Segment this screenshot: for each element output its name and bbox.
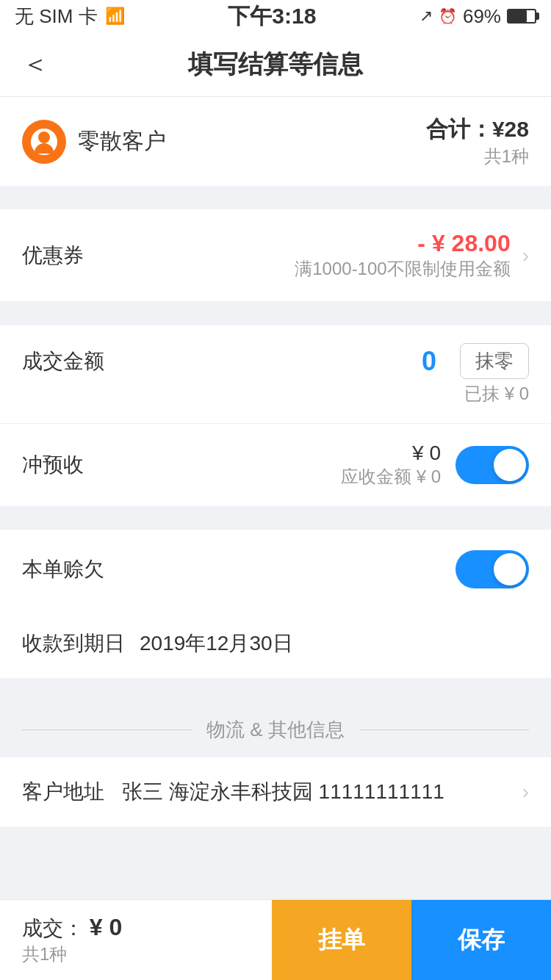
bottom-deal-amount: ¥ 0 [90, 914, 122, 940]
hang-btn-label: 挂单 [318, 924, 365, 956]
coupon-sub: 满1000-100不限制使用金额 [295, 257, 510, 281]
address-row[interactable]: 客户地址 张三 海淀永丰科技园 11111111111 › [0, 757, 551, 826]
status-right: ↗ ⏰ 69% [419, 5, 536, 28]
battery-icon [507, 9, 536, 24]
coupon-card: 优惠券 - ¥ 28.00 满1000-100不限制使用金额 › [0, 209, 551, 302]
deal-amount-row: 成交金额 0 抹零 已抹 ¥ 0 [0, 325, 551, 424]
page-title: 填写结算等信息 [188, 48, 363, 82]
location-icon: ↗ [419, 7, 433, 26]
toggle-knob [494, 449, 526, 481]
coupon-row[interactable]: 优惠券 - ¥ 28.00 满1000-100不限制使用金额 › [0, 209, 551, 302]
status-time: 下午3:18 [228, 1, 316, 32]
section-header-inner: 物流 & 其他信息 [22, 717, 529, 743]
divider-2 [0, 314, 551, 325]
bottom-count: 共1种 [22, 943, 250, 966]
chong-top: 冲预收 ¥ 0 应收金额 ¥ 0 [22, 442, 529, 489]
content: 零散客户 合计：¥28 共1种 优惠券 - ¥ 28.00 满1000-100不… [0, 97, 551, 926]
bottom-deal-row: 成交： ¥ 0 [22, 914, 250, 943]
coupon-value: - ¥ 28.00 [295, 230, 510, 257]
customer-left: 零散客户 [22, 120, 166, 164]
total-count: 共1种 [426, 145, 529, 168]
logistics-section-header: 物流 & 其他信息 [0, 702, 551, 757]
divider-line-left [22, 729, 192, 730]
address-chevron: › [522, 780, 529, 804]
due-date-row[interactable]: 收款到期日 2019年12月30日 [0, 609, 551, 679]
save-btn-label: 保存 [458, 924, 505, 956]
customer-name: 零散客户 [78, 126, 166, 156]
battery-percent: 69% [463, 5, 501, 28]
amount-bottom: 已抹 ¥ 0 [22, 382, 529, 406]
prepayment-row: 冲预收 ¥ 0 应收金额 ¥ 0 [0, 424, 551, 506]
back-button[interactable]: ＜ [22, 46, 48, 82]
bottom-bar: 成交： ¥ 0 共1种 挂单 保存 [0, 899, 551, 980]
prepayment-toggle[interactable] [455, 446, 529, 484]
no-sim-text: 无 SIM 卡 [15, 4, 98, 29]
nav-bar: ＜ 填写结算等信息 [0, 32, 551, 97]
prepayment-label: 冲预收 [22, 451, 84, 479]
coupon-chevron: › [522, 244, 529, 267]
address-label: 客户地址 [22, 778, 104, 806]
bottom-info: 成交： ¥ 0 共1种 [0, 914, 272, 966]
chong-right: ¥ 0 应收金额 ¥ 0 [341, 442, 529, 489]
bottom-deal-label: 成交： [22, 917, 84, 940]
debt-label: 本单赊欠 [22, 555, 104, 583]
prepayment-sub: 应收金额 ¥ 0 [341, 465, 441, 489]
divider-3 [0, 518, 551, 530]
deal-amount-card: 成交金额 0 抹零 已抹 ¥ 0 冲预收 ¥ 0 应收金额 ¥ 0 [0, 325, 551, 506]
debt-card: 本单赊欠 收款到期日 2019年12月30日 [0, 530, 551, 679]
customer-total: 合计：¥28 共1种 [426, 115, 529, 168]
round-off-button[interactable]: 抹零 [460, 343, 529, 379]
save-button[interactable]: 保存 [411, 900, 551, 981]
avatar-icon [31, 129, 57, 155]
due-date-label: 收款到期日 [22, 630, 125, 657]
deal-amount-label: 成交金额 [22, 347, 104, 375]
total-amount: 合计：¥28 [426, 115, 529, 145]
logistics-text: 物流 & 其他信息 [206, 717, 345, 743]
customer-row: 零散客户 合计：¥28 共1种 [0, 97, 551, 186]
wifi-icon: 📶 [105, 7, 125, 26]
chong-amounts: ¥ 0 应收金额 ¥ 0 [341, 442, 441, 489]
prepayment-amount: ¥ 0 [341, 442, 441, 465]
coupon-label: 优惠券 [22, 242, 84, 270]
debt-toggle[interactable] [455, 550, 529, 588]
divider-1 [0, 198, 551, 209]
address-card: 客户地址 张三 海淀永丰科技园 11111111111 › [0, 757, 551, 826]
coupon-values: - ¥ 28.00 满1000-100不限制使用金额 [295, 230, 510, 281]
debt-toggle-knob [494, 553, 526, 586]
debt-row: 本单赊欠 [0, 530, 551, 609]
status-left: 无 SIM 卡 📶 [15, 4, 125, 29]
coupon-right: - ¥ 28.00 满1000-100不限制使用金额 › [295, 230, 529, 281]
amount-top: 成交金额 0 抹零 [22, 343, 529, 379]
deal-amount-input[interactable]: 0 [407, 346, 436, 377]
due-date-value: 2019年12月30日 [140, 630, 293, 657]
hang-button[interactable]: 挂单 [272, 900, 411, 981]
status-bar: 无 SIM 卡 📶 下午3:18 ↗ ⏰ 69% [0, 0, 551, 32]
avatar [22, 120, 66, 164]
divider-line-right [359, 729, 529, 730]
divider-4 [0, 691, 551, 702]
deal-amount-sub: 已抹 ¥ 0 [464, 382, 529, 406]
address-value: 张三 海淀永丰科技园 11111111111 [122, 778, 522, 806]
alarm-icon: ⏰ [439, 7, 457, 25]
customer-card: 零散客户 合计：¥28 共1种 [0, 97, 551, 186]
